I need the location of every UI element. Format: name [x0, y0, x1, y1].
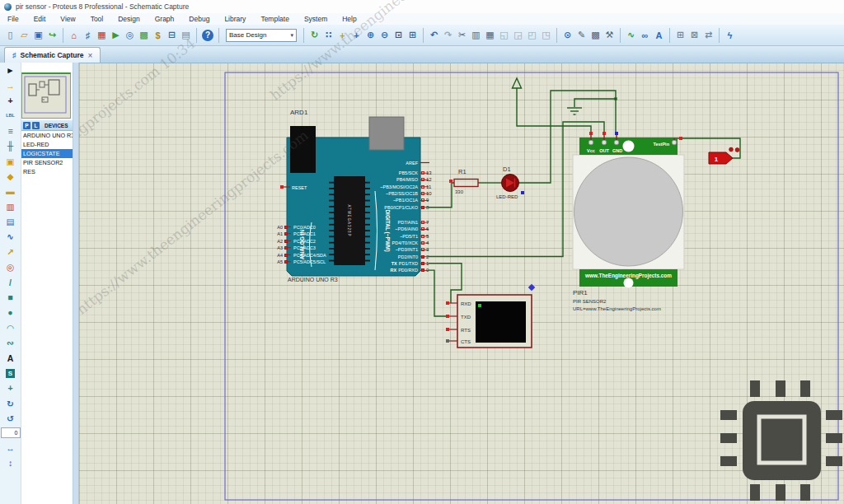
pin-number-row[interactable]: 1 [421, 260, 443, 267]
rotate-clockwise-icon[interactable]: ↻ [0, 396, 21, 411]
2d-arc-mode-icon[interactable]: ◠ [0, 320, 21, 335]
schematic-canvas[interactable]: ARD1 ARDUINO UNO R3 RESET AREF ANALOG IN… [79, 63, 844, 504]
menu-item[interactable]: File [0, 13, 26, 25]
redo-icon[interactable]: ↷ [441, 27, 455, 43]
rotate-anticlockwise-icon[interactable]: ↺ [0, 411, 21, 426]
pin-number-row[interactable]: 10 [421, 190, 443, 197]
pick-devices-button[interactable]: P [23, 122, 30, 129]
schematic-capture-icon[interactable]: ♯ [81, 27, 95, 43]
graph-mode-icon[interactable]: ▥ [0, 199, 21, 214]
current-probe-mode-icon[interactable]: ◎ [0, 259, 21, 274]
menu-item[interactable]: Library [217, 13, 253, 25]
zoom-page-icon[interactable]: ⊞ [406, 27, 420, 43]
pin-number-row[interactable]: 4 [421, 240, 443, 246]
rotation-angle-field[interactable]: 0 [1, 427, 21, 438]
bill-of-materials-icon[interactable]: $ [151, 27, 165, 43]
close-project-icon[interactable]: ↪ [45, 27, 59, 43]
new-design-icon[interactable]: ▯ [3, 27, 17, 43]
vertical-mirror-icon[interactable]: ↕ [0, 455, 21, 470]
2d-line-mode-icon[interactable]: / [0, 274, 21, 289]
virtual-terminal-component[interactable]: RXD TXD RTS CTS [446, 295, 532, 348]
2d-path-mode-icon[interactable]: ∾ [0, 335, 21, 350]
property-assignment-icon[interactable]: A [652, 27, 666, 43]
analog-tag-row[interactable]: A5 [265, 259, 288, 266]
lightning-icon[interactable]: ϟ [723, 27, 737, 43]
gerber-viewer-icon[interactable]: ▩ [137, 27, 151, 43]
pin-number-row[interactable]: 2 [421, 253, 443, 259]
analog-tag-row[interactable]: A3 [265, 245, 288, 252]
menu-item[interactable]: Tool [83, 13, 111, 25]
schematic-overview-thumbnail[interactable] [21, 72, 71, 119]
2d-circle-mode-icon[interactable]: ● [0, 305, 21, 320]
tape-recorder-mode-icon[interactable]: ▤ [0, 214, 21, 229]
combo-dropdown-icon[interactable]: ▾ [290, 32, 293, 39]
copy-icon[interactable]: ▥ [469, 27, 483, 43]
device-list-item[interactable]: ARDUINO UNO R3 [21, 131, 73, 140]
horizontal-mirror-icon[interactable]: ↔ [0, 440, 21, 455]
design-notes-icon[interactable]: ▤ [179, 27, 193, 43]
2d-box-mode-icon[interactable]: ■ [0, 290, 21, 305]
goto-sheet-icon[interactable]: ⇄ [701, 27, 715, 43]
text-script-mode-icon[interactable]: ≡ [0, 124, 21, 138]
3d-visualizer-icon[interactable]: ▶ [109, 27, 123, 43]
device-pins-mode-icon[interactable]: ▬ [0, 184, 21, 198]
project-home-icon[interactable]: ⌂ [67, 27, 81, 43]
block-move-icon[interactable]: ◲ [511, 27, 525, 43]
pin-number-row[interactable]: 0 [421, 267, 443, 273]
toggle-grid-icon[interactable]: ∷ [321, 27, 335, 43]
device-list-item[interactable]: PIR SENSOR2 [21, 158, 73, 167]
pin-number-row[interactable]: 6 [421, 226, 443, 232]
library-manager-button[interactable]: L [32, 122, 40, 129]
block-rotate-icon[interactable]: ◰ [525, 27, 539, 43]
menu-item[interactable]: Graph [148, 13, 182, 25]
logicstate-component[interactable]: 1 [709, 147, 739, 164]
design-explorer-icon[interactable]: ◎ [123, 27, 137, 43]
2d-marker-mode-icon[interactable]: + [0, 380, 21, 395]
ground-terminal[interactable] [567, 108, 582, 114]
cut-icon[interactable]: ✂ [455, 27, 469, 43]
tab-schematic-capture[interactable]: ♯ Schematic Capture × [4, 47, 101, 63]
pin-number-row[interactable]: 5 [421, 233, 443, 240]
power-terminal[interactable] [513, 78, 522, 88]
search-tag-icon[interactable]: ∞ [638, 27, 652, 43]
make-device-icon[interactable]: ✎ [574, 27, 588, 43]
device-list-item[interactable]: RES [21, 167, 73, 176]
wire-gnd-tee[interactable] [574, 99, 616, 107]
pin-number-row[interactable]: 9 [421, 197, 443, 203]
analog-tag-row[interactable]: A1 [265, 231, 288, 238]
component-mode-icon[interactable]: → [0, 77, 21, 92]
buses-mode-icon[interactable]: ╫ [0, 138, 21, 153]
block-delete-icon[interactable]: ◳ [539, 27, 553, 43]
pin-number-row[interactable]: 3 [421, 246, 443, 253]
decompose-icon[interactable]: ⚒ [603, 27, 617, 43]
undo-icon[interactable]: ↶ [427, 27, 441, 43]
open-design-icon[interactable]: ▱ [17, 27, 31, 43]
menu-item[interactable]: Debug [181, 13, 217, 25]
pin-number-row[interactable]: 8 [421, 203, 443, 210]
panel-divider[interactable] [73, 63, 79, 504]
tab-close-icon[interactable]: × [88, 51, 93, 60]
generator-mode-icon[interactable]: ∿ [0, 229, 21, 244]
pin-number-row[interactable]: 7 [421, 219, 443, 226]
subcircuit-mode-icon[interactable]: ▣ [0, 153, 21, 168]
remove-sheet-icon[interactable]: ⊠ [687, 27, 701, 43]
zoom-area-icon[interactable]: ⊡ [392, 27, 406, 43]
pick-device-icon[interactable]: ⊙ [560, 27, 574, 43]
wire-label-mode-icon[interactable]: LBL [0, 108, 21, 123]
help-icon[interactable]: ? [202, 30, 213, 41]
menu-item[interactable]: Template [253, 13, 297, 25]
zoom-out-icon[interactable]: ⊖ [377, 27, 392, 43]
paste-icon[interactable]: ▦ [483, 27, 497, 43]
menu-item[interactable]: Edit [26, 13, 54, 25]
analog-tag-row[interactable]: A2 [265, 237, 288, 245]
packaging-tool-icon[interactable]: ▩ [588, 27, 603, 43]
origin-icon[interactable]: + [335, 27, 349, 43]
pin-number-row[interactable]: 12 [421, 176, 443, 183]
device-list-item[interactable]: LOGICSTATE [21, 149, 73, 158]
wire-power-vcc[interactable] [517, 88, 591, 133]
design-selector-combo[interactable]: Base Design ▾ [226, 29, 297, 42]
pan-icon[interactable]: + [349, 27, 363, 43]
resistor-r1[interactable]: R1 330 [449, 168, 478, 194]
analog-tag-row[interactable]: A0 [265, 223, 288, 231]
device-list-item[interactable]: LED-RED [21, 140, 73, 149]
